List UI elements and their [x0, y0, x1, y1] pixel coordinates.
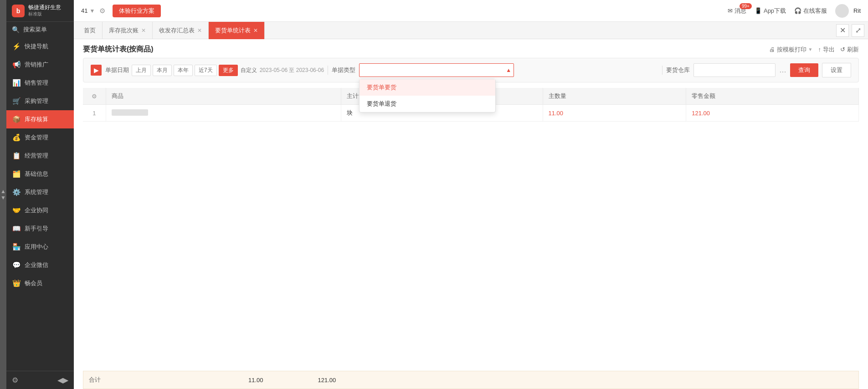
app-download-label: App下载 — [764, 7, 786, 15]
sidebar-item-wechat[interactable]: 💬 企业微信 — [6, 256, 74, 274]
tab-inventory-batch-close[interactable]: ✕ — [141, 27, 146, 34]
operations-icon: 📋 — [12, 152, 21, 160]
sidebar-item-finance-label: 资金管理 — [25, 133, 48, 142]
dropdown-option-order-goods-label: 要货单要货 — [367, 84, 396, 91]
date-btn-more[interactable]: 更多 — [219, 65, 238, 76]
sidebar-item-basics[interactable]: 🗂️ 基础信息 — [6, 165, 74, 183]
sidebar-item-enterprise-label: 企业协同 — [25, 206, 48, 215]
filter-more-btn[interactable]: … — [779, 66, 786, 74]
page-header: 要货单统计表(按商品) 🖨 按模板打印 ▼ ↑ 导出 ↺ 刷新 — [74, 39, 868, 58]
sidebar-item-purchase-label: 采购管理 — [25, 97, 48, 105]
sidebar-search-label: 搜索菜单 — [23, 26, 47, 34]
sidebar-item-quick-nav[interactable]: ⚡ 快捷导航 — [6, 37, 74, 56]
dropdown-option-order-goods[interactable]: 要货单要货 — [360, 79, 495, 96]
tab-home[interactable]: 首页 — [77, 22, 103, 39]
store-number: 41 — [81, 7, 87, 14]
online-service-action[interactable]: 🎧 在线客服 — [794, 7, 827, 15]
filter-warehouse-input[interactable] — [693, 63, 776, 77]
sidebar-item-finance[interactable]: 💰 资金管理 — [6, 128, 74, 147]
tab-receive-summary-close[interactable]: ✕ — [197, 27, 202, 34]
print-label: 按模板打印 — [777, 46, 806, 54]
th-settings[interactable]: ⚙ — [83, 88, 106, 105]
appstore-icon: 🏪 — [12, 243, 21, 251]
app-download-icon: 📱 — [755, 7, 762, 14]
store-selector[interactable]: 41 ▼ ⚙ — [81, 7, 105, 15]
settings-btn[interactable]: 设置 — [822, 63, 851, 77]
filter-warehouse-group: 要货仓库 … — [666, 63, 786, 77]
sidebar-item-purchase[interactable]: 🛒 采购管理 — [6, 92, 74, 110]
sidebar-search[interactable]: 🔍 搜索菜单 — [6, 22, 74, 37]
th-product: 商品 — [106, 88, 341, 105]
purchase-icon: 🛒 — [12, 97, 21, 105]
logo-sub: 标准版 — [28, 11, 61, 17]
tab-inventory-batch[interactable]: 库存批次账 ✕ — [103, 22, 153, 39]
tab-order-stats[interactable]: 要货单统计表 ✕ — [209, 22, 265, 39]
sidebar-item-system[interactable]: ⚙️ 系统管理 — [6, 183, 74, 201]
tab-expand-btn[interactable]: ⤢ — [852, 24, 864, 37]
enterprise-icon: 🤝 — [12, 206, 21, 215]
date-label: 单据日期 — [105, 66, 129, 74]
sidebar-item-member[interactable]: 👑 畅会员 — [6, 274, 74, 292]
sidebar: b 畅捷通好生意 标准版 🔍 搜索菜单 ⚡ 快捷导航 📢 营销推广 📊 销售管理… — [6, 0, 74, 389]
table-settings-icon[interactable]: ⚙ — [92, 93, 97, 100]
filter-date-group: 单据日期 上月 本月 本年 近7天 更多 自定义 2023-05-06 至 20… — [105, 65, 324, 76]
trial-btn[interactable]: 体验行业方案 — [113, 5, 161, 17]
tab-close-all-btn[interactable]: ✕ — [836, 24, 849, 37]
tab-home-label: 首页 — [84, 26, 96, 35]
filter-type-arrow[interactable]: ▲ — [506, 67, 511, 73]
th-amount: 零售金额 — [686, 88, 859, 105]
cell-quantity: 11.00 — [543, 105, 686, 122]
print-btn[interactable]: 🖨 按模板打印 ▼ — [769, 46, 813, 54]
app-download-action[interactable]: 📱 App下载 — [755, 7, 786, 15]
online-service-icon: 🎧 — [794, 7, 801, 14]
date-btn-custom[interactable]: 自定义 — [241, 67, 257, 74]
export-btn[interactable]: ↑ 导出 — [818, 46, 835, 54]
topbar: 41 ▼ ⚙ 体验行业方案 ✉ 消息 99+ 📱 App下载 🎧 在线客服 — [74, 0, 868, 22]
message-action[interactable]: ✉ 消息 99+ — [728, 7, 746, 15]
member-icon: 👑 — [12, 279, 21, 287]
search-icon: 🔍 — [12, 26, 20, 33]
filter-divider-2 — [662, 66, 663, 75]
sidebar-scroll-up[interactable]: ▲▼ — [0, 0, 6, 389]
sidebar-item-member-label: 畅会员 — [25, 279, 42, 287]
sidebar-item-inventory[interactable]: 📦 库存核算 — [6, 110, 74, 128]
export-icon: ↑ — [818, 46, 822, 53]
logo-title: 畅捷通好生意 — [28, 4, 61, 11]
sidebar-item-basics-label: 基础信息 — [25, 170, 48, 178]
dropdown-option-order-return[interactable]: 要货单退货 — [360, 96, 495, 112]
tab-receive-summary[interactable]: 收发存汇总表 ✕ — [153, 22, 209, 39]
date-btn-up[interactable]: 上月 — [132, 65, 151, 76]
filter-type-dropdown: 要货单要货 要货单退货 — [359, 79, 496, 113]
sidebar-item-guide[interactable]: 📖 新手引导 — [6, 220, 74, 238]
sidebar-item-marketing[interactable]: 📢 营销推广 — [6, 56, 74, 74]
footer-quantity: 11.00 — [248, 377, 263, 384]
date-btn-year[interactable]: 本年 — [174, 65, 193, 76]
filter-type-input[interactable] — [359, 63, 514, 77]
sidebar-item-appstore[interactable]: 🏪 应用中心 — [6, 238, 74, 256]
print-dropdown-icon: ▼ — [808, 47, 813, 52]
tab-order-stats-label: 要货单统计表 — [215, 26, 251, 35]
th-quantity: 主数量 — [543, 88, 686, 105]
refresh-btn[interactable]: ↺ 刷新 — [840, 46, 859, 54]
sidebar-item-enterprise[interactable]: 🤝 企业协同 — [6, 201, 74, 220]
sidebar-collapse-icon[interactable]: ◀▶ — [57, 376, 68, 384]
sidebar-item-system-label: 系统管理 — [25, 188, 48, 196]
logo-icon: b — [12, 5, 25, 17]
tab-order-stats-close[interactable]: ✕ — [253, 27, 258, 34]
sidebar-item-sales[interactable]: 📊 销售管理 — [6, 74, 74, 92]
sales-icon: 📊 — [12, 79, 21, 87]
store-settings-icon[interactable]: ⚙ — [99, 7, 105, 15]
query-btn[interactable]: 查询 — [790, 63, 818, 77]
sidebar-settings-icon[interactable]: ⚙ — [12, 376, 18, 384]
sidebar-item-quick-nav-label: 快捷导航 — [25, 42, 48, 51]
sidebar-item-operations[interactable]: 📋 经营管理 — [6, 147, 74, 165]
tab-receive-summary-label: 收发存汇总表 — [159, 26, 195, 35]
filter-select-wrap: ▲ — [359, 63, 514, 77]
user-avatar-action[interactable]: Rit — [835, 4, 861, 18]
sidebar-logo: b 畅捷通好生意 标准版 — [6, 0, 74, 22]
date-btn-month[interactable]: 本月 — [153, 65, 172, 76]
date-btn-week[interactable]: 近7天 — [195, 65, 217, 76]
filter-expand-btn[interactable]: ▶ — [91, 65, 102, 76]
message-icon: ✉ — [728, 7, 733, 14]
system-icon: ⚙️ — [12, 188, 21, 196]
